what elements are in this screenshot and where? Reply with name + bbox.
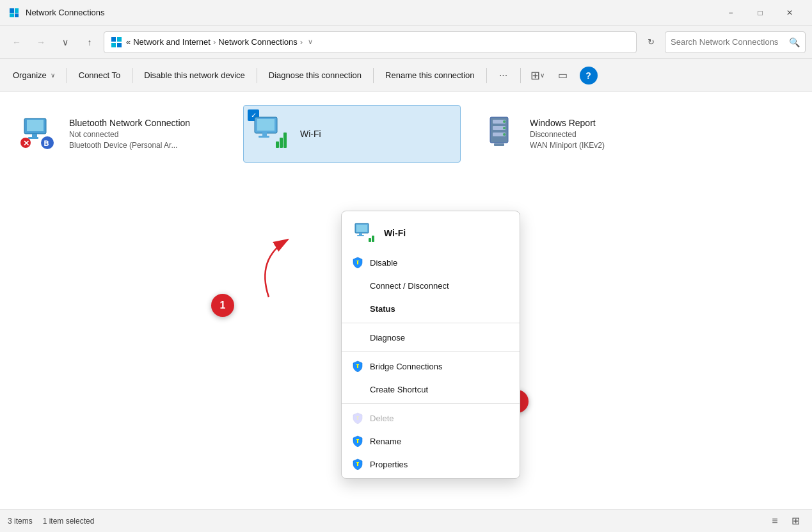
svg-rect-2 (10, 13, 14, 17)
svg-text:✕: ✕ (23, 139, 29, 148)
close-button[interactable]: ✕ (775, 0, 804, 26)
shield-properties-icon (352, 458, 363, 470)
view-options-button[interactable]: ⊞ ∨ (526, 64, 549, 87)
wan-item-status: Disconnected (530, 130, 605, 139)
svg-rect-17 (257, 119, 275, 131)
selected-count: 1 item selected (43, 517, 95, 526)
list-view-button[interactable]: ≡ (766, 512, 784, 530)
svg-rect-0 (10, 8, 14, 13)
connect-to-button[interactable]: Connect To (72, 63, 127, 88)
panel-button[interactable]: ▭ (552, 64, 575, 87)
svg-rect-30 (494, 143, 504, 146)
toolbar: Organize ∨ Connect To Disable this netwo… (0, 59, 812, 92)
context-menu-divider-3 (342, 403, 520, 404)
minimize-button[interactable]: − (716, 0, 745, 26)
bluetooth-item-name: Bluetooth Network Connection (69, 118, 190, 128)
search-icon: 🔍 (789, 37, 800, 47)
bluetooth-item-device: Bluetooth Device (Personal Ar... (69, 141, 190, 150)
diagnose-button[interactable]: Diagnose this connection (262, 63, 368, 88)
content-area: ✕ ʙ Bluetooth Network Connection Not con… (0, 92, 812, 509)
list-item[interactable]: Windows Report Disconnected WAN Miniport… (474, 105, 691, 163)
wan-item-name: Windows Report (530, 118, 605, 128)
search-box[interactable]: 🔍 (665, 31, 806, 53)
wan-item-device: WAN Miniport (IKEv2) (530, 141, 605, 150)
svg-rect-35 (357, 235, 364, 236)
svg-rect-3 (15, 13, 19, 17)
organize-chevron: ∨ (51, 72, 55, 79)
svg-rect-5 (117, 37, 122, 42)
title-bar: Network Connections − □ ✕ (0, 0, 812, 26)
context-menu-item-properties[interactable]: Properties (342, 453, 520, 476)
toolbar-separator-5 (486, 68, 487, 83)
bluetooth-item-text: Bluetooth Network Connection Not connect… (69, 118, 190, 150)
refresh-button[interactable]: ↻ (641, 32, 661, 52)
annotation-1: 1 (211, 294, 234, 317)
items-count: 3 items (8, 517, 33, 526)
svg-rect-37 (372, 236, 374, 242)
disable-button[interactable]: Disable this network device (138, 63, 251, 88)
toolbar-separator-3 (257, 68, 257, 83)
toolbar-separator-4 (373, 68, 374, 83)
svg-rect-20 (276, 141, 279, 148)
context-menu-item-shortcut[interactable]: Create Shortcut (342, 378, 520, 401)
svg-rect-9 (27, 120, 44, 131)
context-menu-item-status[interactable]: Status (342, 297, 520, 320)
context-menu: Wi-Fi Disable Connect / Disconnect Statu… (341, 211, 520, 479)
wifi-icon (251, 113, 292, 154)
context-menu-divider-2 (342, 351, 520, 352)
status-bar: 3 items 1 item selected ≡ ⊞ (0, 509, 812, 532)
context-menu-item-disable[interactable]: Disable (342, 251, 520, 274)
help-button[interactable]: ? (580, 67, 598, 85)
rename-button[interactable]: Rename this connection (379, 63, 481, 88)
svg-rect-21 (280, 138, 283, 148)
toolbar-separator-1 (67, 68, 67, 83)
svg-rect-11 (28, 137, 38, 139)
more-button[interactable]: ··· (492, 64, 515, 87)
dropdown-button[interactable]: ∨ (55, 32, 76, 52)
svg-rect-36 (369, 238, 371, 242)
search-input[interactable] (671, 37, 785, 47)
wifi-item-text: Wi-Fi (300, 129, 321, 139)
forward-button: → (31, 32, 51, 52)
svg-rect-19 (259, 136, 269, 138)
list-item[interactable]: ✕ ʙ Bluetooth Network Connection Not con… (13, 105, 230, 163)
context-menu-item-diagnose[interactable]: Diagnose (342, 326, 520, 349)
grid-view-button[interactable]: ⊞ (786, 512, 804, 530)
svg-text:ʙ: ʙ (44, 138, 49, 148)
context-menu-wifi-icon (352, 220, 378, 246)
context-menu-item-delete: Delete (342, 407, 520, 430)
window-controls: − □ ✕ (716, 0, 804, 26)
context-menu-item-bridge[interactable]: Bridge Connections (342, 355, 520, 378)
svg-point-27 (503, 120, 506, 123)
context-menu-divider-1 (342, 323, 520, 323)
address-bar: ← → ∨ ↑ « Network and Internet › Network… (0, 26, 812, 59)
context-menu-item-rename[interactable]: Rename (342, 430, 520, 453)
maximize-button[interactable]: □ (745, 0, 775, 26)
svg-rect-7 (117, 43, 122, 47)
shield-disable-icon (352, 257, 363, 268)
shield-rename-icon (352, 435, 363, 447)
back-button: ← (6, 32, 27, 52)
context-menu-item-connect[interactable]: Connect / Disconnect (342, 274, 520, 297)
svg-rect-22 (283, 133, 287, 148)
context-menu-title: Wi-Fi (384, 228, 406, 238)
shield-delete-icon (352, 412, 363, 424)
svg-rect-33 (356, 225, 367, 232)
svg-rect-6 (111, 43, 116, 47)
address-path[interactable]: « Network and Internet › Network Connect… (104, 31, 637, 53)
up-button[interactable]: ↑ (79, 32, 100, 52)
toolbar-separator-6 (520, 68, 521, 83)
wifi-item-name: Wi-Fi (300, 129, 321, 139)
organize-button[interactable]: Organize ∨ (6, 63, 61, 88)
list-item[interactable]: ✓ Wi-Fi (243, 105, 461, 163)
network-items-list: ✕ ʙ Bluetooth Network Connection Not con… (0, 92, 812, 175)
svg-rect-4 (111, 37, 116, 42)
svg-point-29 (503, 133, 506, 136)
wan-icon (481, 113, 522, 154)
toolbar-separator-2 (132, 68, 132, 83)
wan-item-text: Windows Report Disconnected WAN Miniport… (530, 118, 605, 150)
window-title: Network Connections (26, 8, 716, 17)
arrow-1 (218, 220, 346, 335)
bluetooth-icon: ✕ ʙ (20, 113, 61, 154)
shield-bridge-icon (352, 360, 363, 372)
